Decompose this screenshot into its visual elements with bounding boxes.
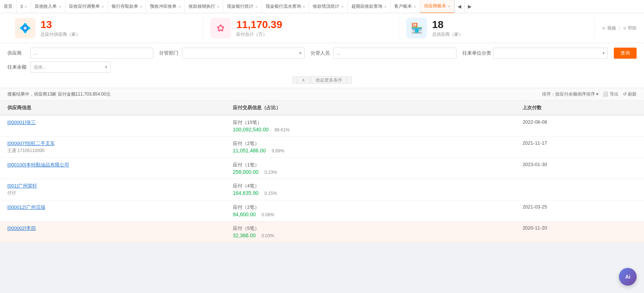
nav-tab-bank-deposit[interactable]: 银行存取款单 × [108,0,146,13]
last-pay-cell: 2023-01-30 [515,158,644,179]
tx-info-cell: 应付（4笔）164,635.900.15% [225,179,515,200]
nav-tab-ar-ap-adjust[interactable]: 应收应付调整单 × [65,0,108,13]
nav-tab-cash-bank-flow[interactable]: 现金银行流水查询 × [262,0,309,13]
tx-label: 应付（15笔） [233,119,508,126]
supplier-info-cell: [001]广州荣轩仔仔 [0,179,225,200]
filter-section: 供应商 分管部门 ▾ 分管人员 往来单位分类 ▾ 查询 往来余额 选择 [0,43,644,88]
total-payable-number: 11,170.39 [236,18,282,31]
nav-tab-prepay-offset-close[interactable]: × [178,4,181,9]
nav-tab-home-label: 首页 [4,3,13,10]
nav-scroll-left[interactable]: ◀ [454,0,465,13]
collapse-bar[interactable]: ∧ 收起更多条件 [7,76,637,85]
nav-tab-3-close[interactable]: × [25,4,27,9]
nav-tab-supplier-ledger[interactable]: 供应商账本 × [420,0,454,13]
nav-tab-collect-stat[interactable]: 收款情况统计 × [309,0,347,13]
nav-tab-cash-bank-stat-label: 现金银行统计 [227,3,253,10]
supplier-sub-info: 王通 17106110000 [7,148,218,154]
balance-filter-select[interactable]: 选择... ▾ [30,62,111,73]
supplier-link[interactable]: [000012]广州贝瑞 [7,204,45,210]
last-pay-cell: 2022-08-08 [515,115,644,137]
nav-tab-bank-deposit-label: 银行存取款单 [112,3,138,10]
nav-tab-collect-verify-close[interactable]: × [217,4,219,9]
supplier-info-cell: [000100]本特勤油品有限公司 [0,158,225,179]
collapse-up-icon: ∧ [297,76,310,84]
nav-tab-prepay-offset-label: 预收冲应收单 [150,3,176,10]
help-link[interactable]: ⊙ 帮助 [623,25,637,31]
dept-filter-select[interactable]: ▾ [182,48,305,59]
supplier-link[interactable]: [000002]李四 [7,225,36,231]
nav-scroll-right[interactable]: ▶ [465,0,475,13]
nav-tab-overdue-ar-close[interactable]: × [384,4,386,9]
category-filter-label: 往来单位分类 [462,50,491,56]
refresh-button[interactable]: ↺ 刷新 [623,91,637,97]
table-header: 供应商信息 应付交易信息（占比） 上次付数 [0,101,644,115]
results-bar: 搜索结果中，供应商13家 应付金额111,703,854.00元 排序：按应付余… [0,88,644,101]
supplier-table: 供应商信息 应付交易信息（占比） 上次付数 [000001]张三应付（15笔）1… [0,101,644,242]
nav-tab-prepay-offset[interactable]: 预收冲应收单 × [146,0,185,13]
nav-tab-home[interactable]: 首页 [0,0,17,13]
nav-tab-supplier-ledger-label: 供应商账本 [424,3,446,9]
person-filter-label: 分管人员 [311,50,331,56]
nav-tab-supplier-ledger-close[interactable]: × [448,4,450,8]
nav-tab-cash-bank-stat-close[interactable]: × [255,4,258,9]
payable-suppliers-icon: 💠 [15,18,35,38]
nav-tab-ar-ap-adjust-close[interactable]: × [102,4,104,9]
sort-button[interactable]: 排序：按应付余额倒序排序 ▾ [542,91,598,97]
nav-tab-other-income[interactable]: 其他收入单 × [31,0,65,13]
nav-tab-cash-bank-stat[interactable]: 现金银行统计 × [223,0,262,13]
nav-tab-collect-stat-label: 收款情况统计 [313,3,339,10]
supplier-link[interactable]: [000001]张三 [7,120,36,125]
nav-tab-other-income-close[interactable]: × [59,4,61,9]
tx-amount-row: 32,366.000.03% [233,232,508,238]
tx-amount-row: 164,635.900.15% [233,190,508,196]
nav-tab-collect-verify-label: 收款核销执行 [189,3,215,10]
tx-label: 应付（2笔） [233,204,508,211]
nav-tab-customer-ledger-close[interactable]: × [414,4,416,9]
last-pay-cell: 2020-11-20 [515,221,644,242]
nav-tab-customer-ledger-label: 客户账本 [394,3,412,10]
payable-suppliers-number: 13 [41,18,80,31]
nav-tab-bank-deposit-close[interactable]: × [140,4,142,9]
tx-label: 应付（5笔） [233,225,508,232]
tx-pct: 0.15% [265,191,277,196]
nav-tab-3[interactable]: 3 × [17,0,31,13]
table-body: [000001]张三应付（15笔）100,092,540.0089.61%202… [0,115,644,242]
table-row: [001]广州荣轩仔仔应付（4笔）164,635.900.15% [0,179,644,200]
nav-tab-cash-bank-flow-label: 现金银行流水查询 [266,3,301,10]
export-icon: ⬜ [603,92,608,97]
person-filter-input[interactable] [333,48,456,59]
category-filter-select[interactable]: ▾ [493,48,608,59]
supplier-link[interactable]: [000100]本特勤油品有限公司 [7,162,69,168]
top-navigation: 首页 3 × 其他收入单 × 应收应付调整单 × 银行存取款单 × 预收冲应收单… [0,0,644,13]
tx-pct: 9.89% [272,148,284,154]
sort-chevron-icon: ▾ [596,92,598,97]
divider: | [619,25,620,31]
supplier-filter-input[interactable] [30,48,153,59]
category-chevron-icon: ▾ [602,51,605,56]
filter-balance: 往来余额 选择... ▾ [7,62,111,73]
col-header-tx-info: 应付交易信息（占比） [225,101,515,115]
tx-label: 应付（2笔） [233,140,508,147]
supplier-info-cell: [000002]李四 [0,221,225,242]
nav-tab-customer-ledger[interactable]: 客户账本 × [391,0,420,13]
collapse-label: 收起更多条件 [311,76,347,84]
total-suppliers-label: 总供应商（家） [432,31,463,38]
tx-info-cell: 应付（5笔）32,366.000.03% [225,221,515,242]
video-link[interactable]: ⊙ 视频 [602,25,616,31]
nav-tab-collect-verify[interactable]: 收款核销执行 × [185,0,223,13]
filter-row-1: 供应商 分管部门 ▾ 分管人员 往来单位分类 ▾ 查询 [7,48,637,59]
filter-supplier: 供应商 [7,48,153,59]
col-header-supplier-info: 供应商信息 [0,101,225,115]
supplier-link[interactable]: [000007]恒旺二手叉车 [7,141,55,146]
export-button[interactable]: ⬜ 导出 [603,91,618,97]
nav-tab-overdue-ar[interactable]: 超期应收款查询 × [348,0,391,13]
query-button[interactable]: 查询 [614,48,637,59]
supplier-link[interactable]: [001]广州荣轩 [7,183,37,189]
results-right-actions: 排序：按应付余额倒序排序 ▾ ⬜ 导出 ↺ 刷新 [542,91,637,97]
nav-tab-collect-stat-close[interactable]: × [341,4,343,9]
balance-chevron-icon: ▾ [105,65,107,70]
table-row: [000100]本特勤油品有限公司应付（1笔）258,000.000.23%20… [0,158,644,179]
tx-pct: 0.08% [262,212,274,217]
tx-amount: 32,366.00 [233,232,256,238]
nav-tab-cash-bank-flow-close[interactable]: × [303,4,305,9]
